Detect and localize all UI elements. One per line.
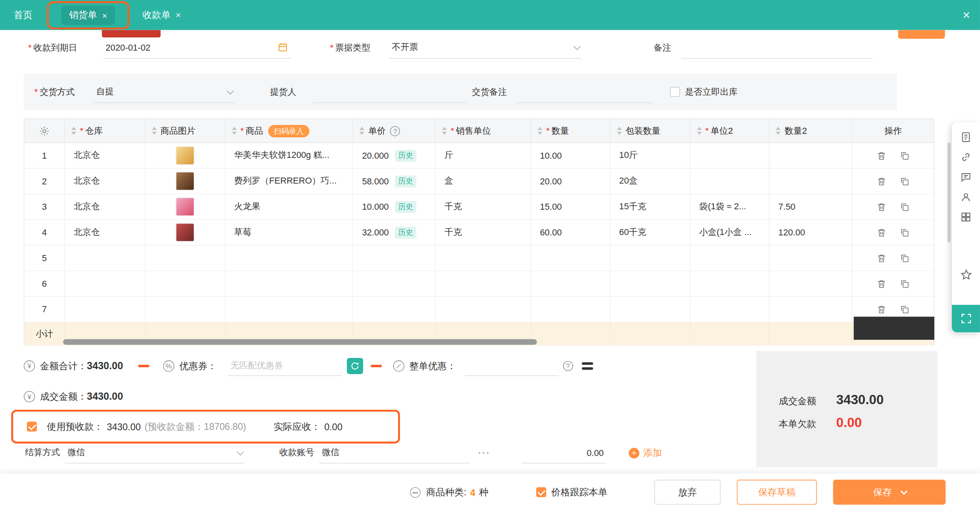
save-draft-button[interactable]: 保存草稿 — [737, 480, 817, 505]
product-image[interactable] — [176, 146, 195, 165]
delete-row-icon[interactable] — [877, 253, 886, 262]
product-cell[interactable]: 费列罗（FERRERO）巧... — [226, 169, 353, 194]
picker-input[interactable] — [312, 81, 465, 103]
history-badge[interactable]: 历史 — [395, 175, 416, 187]
sale-unit-cell[interactable]: 千克 — [436, 220, 531, 245]
product-image-cell[interactable] — [146, 245, 226, 270]
product-image-cell[interactable] — [146, 194, 226, 219]
star-icon[interactable] — [959, 269, 972, 281]
qty-cell[interactable]: 10.00 — [531, 143, 610, 168]
price-cell[interactable]: 58.000历史 — [353, 169, 436, 194]
product-image-cell[interactable] — [146, 297, 226, 322]
price-cell[interactable]: 32.000历史 — [353, 220, 436, 245]
product-cell[interactable]: 草莓 — [226, 220, 353, 245]
calendar-icon[interactable] — [277, 42, 288, 52]
product-image-cell[interactable] — [146, 169, 226, 194]
unit2-cell[interactable] — [690, 271, 769, 296]
settle-method-select[interactable]: 微信 — [65, 442, 244, 464]
delete-row-icon[interactable] — [877, 151, 886, 160]
warehouse-cell[interactable] — [65, 245, 146, 270]
warehouse-cell[interactable]: 北京仓 — [65, 169, 146, 194]
sale-unit-cell[interactable] — [436, 245, 531, 270]
product-image[interactable] — [176, 197, 195, 216]
price-cell[interactable]: 10.000历史 — [353, 194, 436, 219]
close-tab-icon[interactable]: × — [102, 10, 107, 20]
sort-icon[interactable] — [442, 127, 447, 135]
price-track-checkbox[interactable] — [536, 487, 546, 497]
unit2-column-header[interactable]: 单位2 — [690, 119, 769, 143]
delivery-remark-input[interactable] — [516, 81, 653, 103]
qty-cell[interactable] — [531, 297, 610, 322]
unit2-cell[interactable]: 小盒(1小盒 ... — [690, 220, 769, 245]
product-image[interactable] — [176, 223, 195, 242]
remark-input[interactable] — [681, 36, 873, 59]
sort-icon[interactable] — [697, 127, 701, 135]
qty-cell[interactable]: 20.00 — [531, 169, 610, 194]
unit2-cell[interactable]: 袋(1袋 ≈ 2... — [690, 194, 769, 219]
help-icon[interactable] — [390, 126, 400, 136]
apps-grid-icon[interactable] — [960, 211, 972, 223]
pkg-qty-cell[interactable]: 20盒 — [611, 169, 691, 194]
immediate-outbound-checkbox[interactable] — [670, 87, 680, 97]
sort-icon[interactable] — [71, 127, 76, 135]
close-tab-icon[interactable]: × — [176, 10, 181, 20]
sale-unit-cell[interactable]: 千克 — [436, 194, 531, 219]
refresh-coupon-button[interactable] — [347, 358, 363, 374]
vertical-scrollbar[interactable] — [947, 142, 951, 242]
history-badge[interactable]: 历史 — [395, 149, 416, 161]
qty2-cell[interactable]: 120.00 — [770, 220, 853, 245]
coupon-input[interactable]: 无匹配优惠券 — [228, 356, 342, 376]
pkg-qty-cell[interactable]: 15千克 — [611, 194, 691, 219]
price-cell[interactable]: 20.000历史 — [353, 143, 436, 168]
delete-row-icon[interactable] — [877, 228, 886, 237]
qty2-cell[interactable] — [770, 143, 853, 168]
sort-icon[interactable] — [152, 127, 156, 135]
toolbar-button-fragment[interactable] — [898, 30, 945, 39]
delete-row-icon[interactable] — [877, 202, 886, 211]
warehouse-cell[interactable] — [65, 297, 146, 322]
product-image-cell[interactable] — [146, 220, 226, 245]
copy-row-icon[interactable] — [900, 228, 909, 237]
copy-row-icon[interactable] — [900, 279, 909, 288]
price-cell[interactable] — [353, 245, 436, 270]
product-cell[interactable] — [226, 245, 353, 270]
qty-cell[interactable] — [531, 245, 610, 270]
price-column-header[interactable]: 单价 — [353, 119, 436, 143]
link-icon[interactable] — [960, 151, 972, 163]
sale-unit-column-header[interactable]: 销售单位 — [436, 119, 531, 143]
qty-cell[interactable] — [531, 271, 610, 296]
gear-icon[interactable] — [39, 125, 50, 137]
pkg-qty-cell[interactable] — [611, 271, 691, 296]
qty2-cell[interactable] — [770, 169, 853, 194]
history-badge[interactable]: 历史 — [395, 201, 416, 213]
qty-cell[interactable]: 15.00 — [531, 194, 610, 219]
use-prepayment-checkbox[interactable] — [27, 421, 37, 431]
qty2-cell[interactable] — [770, 245, 853, 270]
copy-row-icon[interactable] — [900, 253, 909, 262]
pkg-qty-column-header[interactable]: 包装数量 — [611, 119, 691, 143]
history-badge[interactable]: 历史 — [395, 227, 416, 239]
delivery-method-select[interactable]: 自提 — [94, 81, 234, 103]
contact-icon[interactable] — [960, 191, 972, 203]
unit2-cell[interactable] — [690, 245, 769, 270]
help-icon[interactable] — [563, 361, 573, 371]
warehouse-column-header[interactable]: 仓库 — [65, 119, 146, 143]
scan-entry-badge[interactable]: 扫码录入 — [268, 125, 310, 137]
unit2-cell[interactable] — [690, 297, 769, 322]
save-button[interactable]: 保存 — [833, 480, 946, 505]
product-cell[interactable] — [226, 297, 353, 322]
copy-row-icon[interactable] — [900, 305, 909, 314]
order-form-icon[interactable] — [960, 131, 972, 143]
tab-sales-order[interactable]: 销货单 × — [62, 6, 115, 25]
warehouse-cell[interactable] — [65, 271, 146, 296]
sort-icon[interactable] — [617, 127, 621, 135]
account-select[interactable]: 微信 — [320, 442, 469, 464]
qty2-cell[interactable]: 7.50 — [770, 194, 853, 219]
more-options-icon[interactable]: ··· — [478, 448, 490, 458]
sort-icon[interactable] — [232, 127, 236, 135]
sort-icon[interactable] — [359, 127, 364, 135]
column-settings-header[interactable] — [25, 119, 65, 143]
product-cell[interactable] — [226, 271, 353, 296]
sale-unit-cell[interactable]: 斤 — [436, 143, 531, 168]
product-cell[interactable]: 火龙果 — [226, 194, 353, 219]
